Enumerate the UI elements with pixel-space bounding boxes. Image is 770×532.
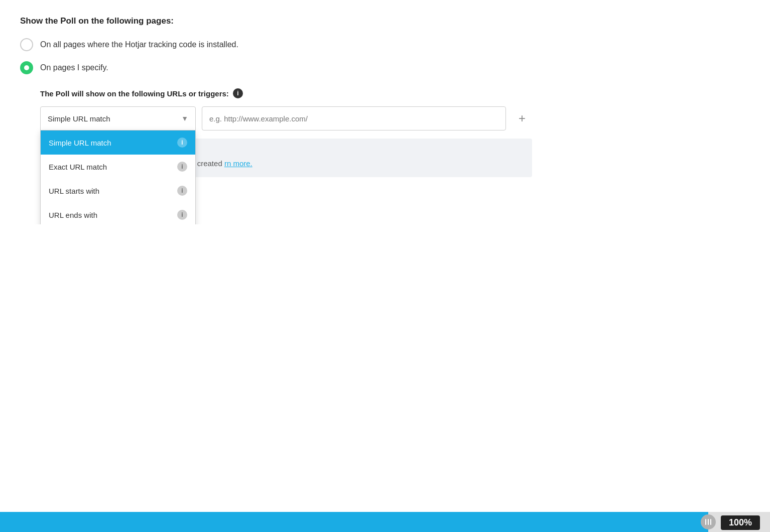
- dropdown-item-url-starts-with[interactable]: URL starts with i: [41, 179, 195, 203]
- learn-more-link[interactable]: rn more.: [224, 159, 252, 168]
- radio-label-all: On all pages where the Hotjar tracking c…: [40, 40, 238, 49]
- url-match-dropdown-wrapper: Simple URL match ▼ Simple URL match i Ex…: [40, 106, 196, 130]
- url-input[interactable]: [202, 106, 506, 130]
- dropdown-item-label: Exact URL match: [49, 163, 107, 171]
- radio-circle-specific[interactable]: [20, 61, 33, 74]
- add-url-button[interactable]: +: [512, 108, 532, 128]
- dropdown-item-label: URL starts with: [49, 187, 99, 195]
- url-section-info-icon[interactable]: i: [233, 88, 243, 98]
- section-title: Show the Poll on the following pages:: [20, 16, 532, 26]
- url-row: Simple URL match ▼ Simple URL match i Ex…: [40, 106, 532, 130]
- radio-group: On all pages where the Hotjar tracking c…: [20, 38, 532, 74]
- page-container: Show the Poll on the following pages: On…: [0, 0, 552, 224]
- dropdown-item-info-icon-1[interactable]: i: [177, 162, 187, 172]
- url-section-title: The Poll will show on the following URLs…: [40, 88, 532, 98]
- dropdown-item-label: Simple URL match: [49, 139, 111, 147]
- dropdown-item-label: URL ends with: [49, 211, 97, 219]
- dropdown-item-info-icon-0[interactable]: i: [177, 138, 187, 148]
- radio-label-specific: On pages I specify.: [40, 63, 108, 72]
- chevron-down-icon: ▼: [181, 114, 188, 122]
- radio-all-pages[interactable]: On all pages where the Hotjar tracking c…: [20, 38, 532, 51]
- url-subsection: The Poll will show on the following URLs…: [40, 88, 532, 198]
- radio-specific-pages[interactable]: On pages I specify.: [20, 61, 532, 74]
- url-match-dropdown-trigger[interactable]: Simple URL match ▼: [40, 106, 196, 130]
- dropdown-item-simple-url-match[interactable]: Simple URL match i: [41, 130, 195, 155]
- dropdown-item-url-ends-with[interactable]: URL ends with i: [41, 203, 195, 224]
- dropdown-item-exact-url-match[interactable]: Exact URL match i: [41, 155, 195, 179]
- url-match-dropdown-menu: Simple URL match i Exact URL match i URL…: [40, 130, 196, 224]
- dropdown-item-info-icon-3[interactable]: i: [177, 210, 187, 220]
- radio-circle-all[interactable]: [20, 38, 33, 51]
- dropdown-item-info-icon-2[interactable]: i: [177, 186, 187, 196]
- dropdown-selected-label: Simple URL match: [48, 114, 110, 123]
